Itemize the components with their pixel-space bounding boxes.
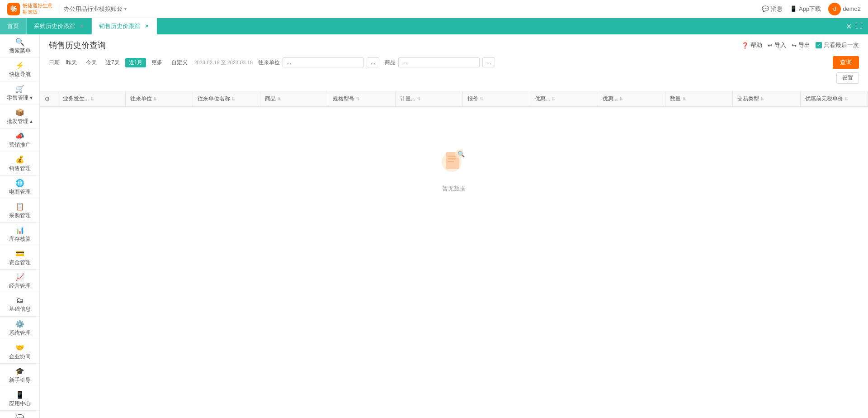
th-trade-type[interactable]: 交易类型⇅ — [733, 91, 800, 107]
close-purchase-tab-icon[interactable]: ✕ — [80, 23, 84, 29]
export-button[interactable]: ↪ 导出 — [792, 41, 810, 49]
download-icon: 📱 — [790, 5, 797, 12]
marketing-icon: 📣 — [15, 132, 24, 140]
th-discount1[interactable]: 优惠...⇅ — [530, 91, 598, 107]
lightning-icon: ⚡ — [15, 61, 24, 70]
only-last-checkbox-wrapper[interactable]: ✓ 只看最后一次 — [816, 41, 859, 49]
purchase-icon: 📋 — [15, 202, 24, 211]
th-spec[interactable]: 规格型号⇅ — [328, 91, 395, 107]
sidebar-item-wholesale-mgmt[interactable]: 📦 批发管理 ▴ — [0, 105, 39, 128]
tab-sales-history[interactable]: 销售历史价跟踪 ✕ — [92, 18, 157, 34]
close-window-icon[interactable]: ✕ — [846, 22, 852, 31]
top-bar-right: 💬 消息 📱 App下载 d demo2 — [762, 3, 861, 15]
th-quote[interactable]: 报价⇅ — [463, 91, 530, 107]
app-selector[interactable]: 办公用品行业模拟账套 ▾ — [58, 5, 127, 13]
th-discount2[interactable]: 优惠...⇅ — [598, 91, 665, 107]
tab-controls: ✕ ⛶ — [840, 18, 868, 34]
th-biz-date[interactable]: 业务发生...⇅ — [58, 91, 125, 107]
close-sales-tab-icon[interactable]: ✕ — [145, 23, 149, 29]
sidebar-item-beginner[interactable]: 🎓 新手引导 — [0, 364, 39, 387]
tab-purchase-history[interactable]: 采购历史价跟踪 ✕ — [27, 18, 92, 34]
sidebar-item-retail-mgmt[interactable]: 🛒 零售管理 ▾ — [0, 81, 39, 105]
package-icon: 📦 — [15, 108, 24, 117]
sidebar-item-marketing[interactable]: 📣 营销推广 — [0, 128, 39, 152]
settings-button[interactable]: 设置 — [836, 72, 859, 84]
sidebar: 🔍 搜索菜单 ⚡ 快捷导航 🛒 零售管理 ▾ 📦 批发管理 ▴ 📣 营销推广 💰… — [0, 34, 40, 418]
beginner-icon: 🎓 — [15, 367, 24, 375]
app-download-button[interactable]: 📱 App下载 — [790, 5, 821, 13]
page-title-row: 销售历史价查询 ❓ 帮助 ↩ 导入 ↪ 导出 ✓ — [49, 40, 859, 51]
sidebar-item-app-center[interactable]: 📱 应用中心 — [0, 387, 39, 411]
partner-input[interactable] — [283, 57, 364, 67]
svg-rect-4 — [448, 161, 454, 162]
date-pill-yesterday[interactable]: 昨天 — [62, 58, 80, 67]
message-button[interactable]: 💬 消息 — [762, 5, 783, 13]
logo-area: 畅 畅捷通好生意 标准版 — [7, 3, 52, 15]
only-last-checkbox[interactable]: ✓ — [816, 42, 822, 48]
sidebar-item-system-mgmt[interactable]: ⚙️ 系统管理 — [0, 317, 39, 340]
date-pill-more[interactable]: 更多 — [148, 58, 166, 67]
tab-home[interactable]: 首页 — [0, 18, 27, 34]
logo-text: 畅捷通好生意 标准版 — [23, 3, 52, 14]
th-quantity[interactable]: 数量⇅ — [665, 91, 733, 107]
app-center-icon: 📱 — [15, 390, 24, 399]
search-icon: 🔍 — [15, 38, 24, 46]
th-unit[interactable]: 计量...⇅ — [395, 91, 462, 107]
date-pill-1month[interactable]: 近1月 — [125, 58, 146, 67]
sidebar-item-corp-agreement[interactable]: 🤝 企业协同 — [0, 340, 39, 364]
sidebar-item-ecommerce[interactable]: 🌐 电商管理 — [0, 176, 39, 199]
help-icon: ❓ — [741, 42, 749, 49]
sidebar-item-quick-nav[interactable]: ⚡ 快捷导航 — [0, 58, 39, 81]
agreement-icon: 🤝 — [15, 343, 24, 352]
sidebar-item-search-menu[interactable]: 🔍 搜索菜单 — [0, 34, 39, 58]
table-settings-icon[interactable]: ⚙ — [44, 95, 50, 103]
top-bar-left: 畅 畅捷通好生意 标准版 办公用品行业模拟账套 ▾ — [7, 3, 127, 15]
cart-icon: 🛒 — [15, 85, 24, 93]
th-pretax-price[interactable]: 优惠前无税单价⇅ — [800, 91, 868, 107]
content-area: 销售历史价查询 ❓ 帮助 ↩ 导入 ↪ 导出 ✓ — [40, 34, 868, 418]
sales-history-label: 销售历史价跟踪 — [99, 22, 140, 30]
home-tab-label: 首页 — [7, 22, 19, 30]
sidebar-item-purchase-mgmt[interactable]: 📋 采购管理 — [0, 199, 39, 223]
date-pill-custom[interactable]: 自定义 — [168, 58, 191, 67]
sidebar-item-inventory[interactable]: 📊 库存核算 — [0, 223, 39, 246]
sidebar-item-basic-info[interactable]: 🗂 基础信息 — [0, 293, 39, 317]
date-pills: 昨天 今天 近7天 近1月 更多 自定义 — [62, 58, 191, 67]
maximize-icon[interactable]: ⛶ — [855, 22, 863, 30]
product-dots-button[interactable]: ... — [482, 57, 495, 67]
basic-info-icon: 🗂 — [16, 296, 24, 304]
sidebar-item-operations[interactable]: 📈 经营管理 — [0, 270, 39, 293]
help-button[interactable]: ❓ 帮助 — [741, 41, 762, 49]
export-icon: ↪ — [792, 42, 797, 49]
partner-filter-group: 往来单位 ... — [258, 57, 379, 67]
table-area: ⚙ 业务发生...⇅ 往来单位⇅ 往来单位名称⇅ 商品⇅ 规格型号⇅ 计量...… — [40, 91, 868, 418]
sidebar-item-corp-wechat[interactable]: 💬 企业微信 — [0, 411, 39, 418]
partner-dots-button[interactable]: ... — [367, 57, 379, 67]
th-partner-code[interactable]: 往来单位⇅ — [125, 91, 193, 107]
th-product[interactable]: 商品⇅ — [260, 91, 328, 107]
import-button[interactable]: ↩ 导入 — [768, 41, 786, 49]
empty-state: 🔍 暂无数据 — [40, 107, 868, 229]
message-icon: 💬 — [762, 5, 769, 12]
operations-icon: 📈 — [15, 273, 24, 281]
empty-illustration: 🔍 — [436, 143, 472, 179]
product-filter-group: 商品 ... — [385, 57, 495, 67]
import-icon: ↩ — [768, 42, 773, 49]
date-pill-today[interactable]: 今天 — [82, 58, 100, 67]
inventory-icon: 📊 — [15, 226, 24, 234]
filter-right-actions: 查询 — [833, 56, 859, 69]
sidebar-item-sales-mgmt[interactable]: 💰 销售管理 — [0, 152, 39, 176]
user-profile[interactable]: d demo2 — [828, 3, 861, 15]
sidebar-item-finance[interactable]: 💳 资金管理 — [0, 246, 39, 270]
partner-label: 往来单位 — [258, 59, 280, 66]
query-button[interactable]: 查询 — [833, 56, 859, 69]
chevron-down-icon: ▾ — [124, 6, 127, 11]
th-settings[interactable]: ⚙ — [40, 91, 58, 107]
date-pill-7days[interactable]: 近7天 — [102, 58, 123, 67]
main-layout: 🔍 搜索菜单 ⚡ 快捷导航 🛒 零售管理 ▾ 📦 批发管理 ▴ 📣 营销推广 💰… — [0, 34, 868, 418]
date-filter-group: 日期 昨天 今天 近7天 近1月 更多 自定义 2023-02-18 至 202… — [49, 58, 253, 67]
wechat-icon: 💬 — [15, 414, 24, 418]
product-input[interactable] — [398, 57, 480, 67]
th-partner-name[interactable]: 往来单位名称⇅ — [193, 91, 260, 107]
empty-text: 暂无数据 — [442, 185, 466, 193]
